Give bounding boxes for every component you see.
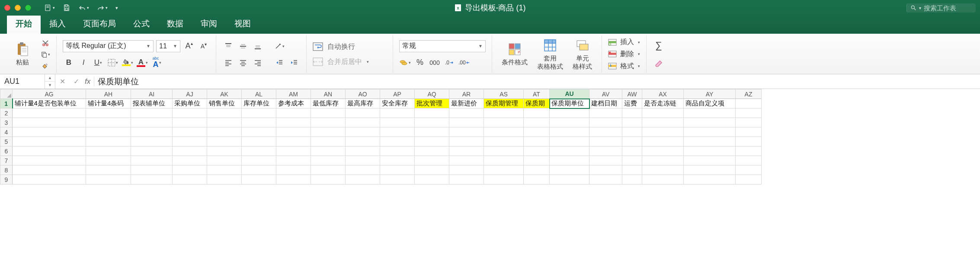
cell-AZ7[interactable] xyxy=(736,156,762,165)
cell-AI4[interactable] xyxy=(131,127,173,137)
grow-font-button[interactable]: A▴ xyxy=(183,40,195,52)
undo-icon[interactable]: ▾ xyxy=(78,5,89,11)
column-header-AL[interactable]: AL xyxy=(242,89,276,99)
cell-AL6[interactable] xyxy=(242,146,276,156)
cell-AO9[interactable] xyxy=(346,175,380,184)
cell-AK6[interactable] xyxy=(207,146,242,156)
minimize-window-button[interactable] xyxy=(15,5,21,11)
font-size-combo[interactable]: 11▼ xyxy=(156,40,180,52)
number-format-combo[interactable]: 常规▼ xyxy=(399,40,486,52)
column-header-AG[interactable]: AG xyxy=(13,89,86,99)
cell-AL2[interactable] xyxy=(242,108,276,118)
cell-AM8[interactable] xyxy=(276,165,311,175)
cell-AU8[interactable] xyxy=(550,165,589,175)
cell-AT6[interactable] xyxy=(524,146,550,156)
underline-button[interactable]: U▾ xyxy=(92,57,104,69)
cell-AS2[interactable] xyxy=(484,108,524,118)
cell-AX4[interactable] xyxy=(642,127,684,137)
cell-AV6[interactable] xyxy=(589,146,622,156)
merge-center-button[interactable]: 合并后居中 ▾ xyxy=(313,57,387,67)
column-header-AK[interactable]: AK xyxy=(207,89,242,99)
cell-AO5[interactable] xyxy=(346,137,380,146)
cell-AT3[interactable] xyxy=(524,118,550,127)
cell-AG1[interactable]: 辅计量4是否包装单位 xyxy=(13,99,86,108)
cell-AP6[interactable] xyxy=(380,146,415,156)
cell-AU6[interactable] xyxy=(550,146,589,156)
cell-AM2[interactable] xyxy=(276,108,311,118)
cell-AV3[interactable] xyxy=(589,118,622,127)
copy-button[interactable]: ▾ xyxy=(41,51,50,58)
cell-AT7[interactable] xyxy=(524,156,550,165)
row-header-2[interactable]: 2 xyxy=(0,108,13,118)
cell-AN9[interactable] xyxy=(311,175,346,184)
cell-AH1[interactable]: 辅计量4条码 xyxy=(86,99,131,108)
cell-AQ3[interactable] xyxy=(415,118,449,127)
tab-review[interactable]: 审阅 xyxy=(192,15,226,34)
cell-AH9[interactable] xyxy=(86,175,131,184)
cell-AS1[interactable]: 保质期管理 xyxy=(484,99,524,108)
font-color-button[interactable]: A▾ xyxy=(136,57,148,69)
cell-AT5[interactable] xyxy=(524,137,550,146)
column-header-AQ[interactable]: AQ xyxy=(415,89,449,99)
name-box[interactable]: AU1 xyxy=(0,74,45,89)
row-header-6[interactable]: 6 xyxy=(0,146,13,156)
cell-AW6[interactable] xyxy=(622,146,642,156)
cell-AR9[interactable] xyxy=(449,175,484,184)
cell-AH5[interactable] xyxy=(86,137,131,146)
decrease-decimal-button[interactable]: .00 xyxy=(458,57,470,69)
cell-AQ1[interactable]: 批次管理 xyxy=(415,99,449,108)
cell-AN5[interactable] xyxy=(311,137,346,146)
cell-AR8[interactable] xyxy=(449,165,484,175)
column-header-AZ[interactable]: AZ xyxy=(736,89,762,99)
column-header-AH[interactable]: AH xyxy=(86,89,131,99)
cell-AY7[interactable] xyxy=(684,156,736,165)
cell-AM4[interactable] xyxy=(276,127,311,137)
tab-data[interactable]: 数据 xyxy=(158,15,192,34)
cell-AI2[interactable] xyxy=(131,108,173,118)
cell-AK9[interactable] xyxy=(207,175,242,184)
wrap-text-button[interactable]: 自动换行 xyxy=(313,42,387,51)
save-icon[interactable] xyxy=(63,4,70,12)
row-header-5[interactable]: 5 xyxy=(0,137,13,146)
cell-AP8[interactable] xyxy=(380,165,415,175)
cell-AH2[interactable] xyxy=(86,108,131,118)
cell-AW3[interactable] xyxy=(622,118,642,127)
cell-AT9[interactable] xyxy=(524,175,550,184)
search-input[interactable] xyxy=(924,4,971,12)
column-header-AU[interactable]: AU xyxy=(550,89,589,99)
cell-AX5[interactable] xyxy=(642,137,684,146)
cell-AM6[interactable] xyxy=(276,146,311,156)
cell-AO3[interactable] xyxy=(346,118,380,127)
close-window-button[interactable] xyxy=(4,5,10,11)
cell-AM5[interactable] xyxy=(276,137,311,146)
cell-AZ4[interactable] xyxy=(736,127,762,137)
cell-AK7[interactable] xyxy=(207,156,242,165)
cell-AZ1[interactable] xyxy=(736,99,762,108)
cell-AR2[interactable] xyxy=(449,108,484,118)
align-center-button[interactable] xyxy=(237,57,249,69)
cell-AV8[interactable] xyxy=(589,165,622,175)
conditional-format-button[interactable]: ≠ 条件格式 xyxy=(498,41,531,67)
cell-AW2[interactable] xyxy=(622,108,642,118)
cell-AI7[interactable] xyxy=(131,156,173,165)
cell-AX1[interactable]: 是否走冻链 xyxy=(642,99,684,108)
cell-AM3[interactable] xyxy=(276,118,311,127)
cell-AY9[interactable] xyxy=(684,175,736,184)
cell-AQ9[interactable] xyxy=(415,175,449,184)
cell-AT2[interactable] xyxy=(524,108,550,118)
cell-AP1[interactable]: 安全库存 xyxy=(380,99,415,108)
cell-AT8[interactable] xyxy=(524,165,550,175)
cell-AK8[interactable] xyxy=(207,165,242,175)
tab-page-layout[interactable]: 页面布局 xyxy=(74,15,125,34)
column-header-AM[interactable]: AM xyxy=(276,89,311,99)
cell-AY4[interactable] xyxy=(684,127,736,137)
row-header-9[interactable]: 9 xyxy=(0,175,13,184)
cell-AV4[interactable] xyxy=(589,127,622,137)
cell-AK4[interactable] xyxy=(207,127,242,137)
cell-AZ9[interactable] xyxy=(736,175,762,184)
cell-AO8[interactable] xyxy=(346,165,380,175)
cell-AR5[interactable] xyxy=(449,137,484,146)
decrease-indent-button[interactable] xyxy=(273,57,285,69)
cell-AN4[interactable] xyxy=(311,127,346,137)
cell-AN2[interactable] xyxy=(311,108,346,118)
